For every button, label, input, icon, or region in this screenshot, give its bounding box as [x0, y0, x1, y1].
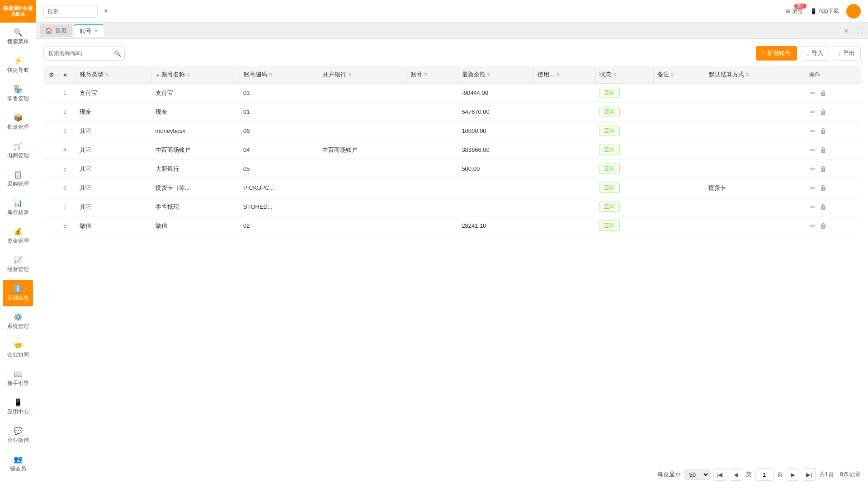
edit-icon[interactable]: ✏: [810, 222, 816, 230]
sidebar-item-quick-nav[interactable]: ⚡ 快捷导航: [0, 51, 36, 80]
sidebar-item-fund-manage[interactable]: 💰 资金管理: [0, 222, 36, 250]
cell-status: 正常: [595, 216, 653, 235]
tab-account[interactable]: 账号 ✕: [74, 24, 104, 37]
th-type[interactable]: 账号类型 ⇅: [76, 66, 152, 84]
cell-action: ✏ 🗑: [805, 178, 861, 197]
tab-account-label: 账号: [80, 27, 91, 35]
first-page-button[interactable]: |◀: [713, 468, 726, 481]
page-size-select[interactable]: 50 10 20 100: [684, 469, 710, 480]
cell-notes: [653, 197, 705, 216]
sort-name-icon[interactable]: ⇅: [186, 72, 190, 78]
import-button[interactable]: ↓ 导入: [801, 46, 829, 61]
add-account-button[interactable]: + 新增账号: [756, 46, 797, 61]
tab-actions: ✕ ⛶: [842, 25, 864, 36]
cell-status: 正常: [595, 103, 653, 122]
tab-maximize-icon[interactable]: ⛶: [854, 25, 864, 36]
search-input[interactable]: [43, 46, 125, 61]
sort-default-payment-icon[interactable]: ⇅: [745, 72, 750, 78]
edit-icon[interactable]: ✏: [810, 146, 816, 154]
search-icon[interactable]: 🔍: [114, 50, 121, 57]
cell-name: 中百商场账户: [152, 141, 240, 160]
edit-icon[interactable]: ✏: [810, 127, 816, 135]
tab-account-close[interactable]: ✕: [94, 28, 98, 34]
th-bank[interactable]: 开户银行 ⇅: [319, 66, 406, 84]
delete-icon[interactable]: 🗑: [820, 222, 827, 230]
sidebar-item-search-menu[interactable]: 🔍 搜索菜单: [0, 23, 36, 51]
sort-status-icon[interactable]: ⇅: [613, 72, 617, 78]
sidebar-item-ecommerce-manage[interactable]: 🛒 电商管理: [0, 136, 36, 165]
th-code[interactable]: 账号编码 ⇅: [240, 66, 319, 84]
th-account[interactable]: 账号 ⇅: [407, 66, 458, 84]
cell-checkbox: [43, 84, 60, 103]
sidebar-item-app-center[interactable]: 📱 应用中心: [0, 393, 36, 421]
table-row: 3 其它 moneybosx 06 10000.00 正常 ✏ 🗑: [43, 122, 861, 141]
delete-icon[interactable]: 🗑: [820, 165, 827, 173]
sort-bank-icon[interactable]: ⇅: [348, 72, 352, 78]
sidebar-item-retail-manage[interactable]: 🏪 零售管理: [0, 80, 36, 108]
sort-type-icon[interactable]: ⇅: [105, 72, 109, 78]
user-avatar[interactable]: [846, 4, 861, 19]
sort-notes-icon[interactable]: ⇅: [670, 72, 675, 78]
delete-icon[interactable]: 🗑: [820, 108, 827, 116]
th-status[interactable]: 状态 ⇅: [595, 66, 653, 84]
edit-icon[interactable]: ✏: [810, 108, 816, 116]
edit-icon[interactable]: ✏: [810, 203, 816, 211]
th-type-label: 账号类型: [80, 70, 104, 79]
cell-bank: [319, 197, 406, 216]
tab-close-all-icon[interactable]: ✕: [842, 25, 851, 36]
sidebar-item-enterprise-wechat[interactable]: 💬 企业微信: [0, 421, 36, 450]
tab-home[interactable]: 🏠 首页: [40, 24, 72, 37]
app-download-button[interactable]: 📱 App下载: [810, 7, 839, 15]
cell-num: 5: [60, 160, 76, 178]
edit-icon[interactable]: ✏: [810, 89, 816, 97]
sidebar: 畅捷通时生意 乐邑版 🔍 搜索菜单 ⚡ 快捷导航 🏪 零售管理 📦 批发管理 🛒…: [0, 0, 36, 488]
sidebar-item-wholesale-manage[interactable]: 📦 批发管理: [0, 108, 36, 136]
cell-status: 正常: [595, 160, 653, 178]
page-input[interactable]: [755, 468, 774, 481]
cell-bank: [319, 160, 406, 178]
th-usage[interactable]: 使用... ⇅: [534, 66, 595, 84]
th-default-payment[interactable]: 默认结算方式 ⇅: [705, 66, 805, 84]
cell-status: 正常: [595, 197, 653, 216]
edit-icon[interactable]: ✏: [810, 184, 816, 192]
table-row: 5 其它 大新银行 05 500.00 正常 ✏ 🗑: [43, 160, 861, 178]
sort-balance-icon[interactable]: ⇅: [487, 72, 491, 78]
header-search-input[interactable]: [43, 5, 98, 18]
prev-page-button[interactable]: ◀: [730, 468, 742, 481]
th-notes[interactable]: 备注 ⇅: [653, 66, 705, 84]
delete-icon[interactable]: 🗑: [820, 89, 827, 97]
delete-icon[interactable]: 🗑: [820, 203, 827, 211]
sort-usage-icon[interactable]: ⇅: [556, 72, 560, 78]
delete-icon[interactable]: 🗑: [820, 127, 827, 135]
th-settings[interactable]: ⚙: [43, 66, 60, 84]
sidebar-item-new-guide[interactable]: 📖 新手引导: [0, 364, 36, 393]
th-balance[interactable]: 最新余额 ⇅: [458, 66, 534, 84]
delete-icon[interactable]: 🗑: [820, 184, 827, 192]
sort-code-icon[interactable]: ⇅: [269, 72, 273, 78]
sidebar-item-inventory[interactable]: 📊 库存核算: [0, 193, 36, 222]
cell-code: STORED...: [240, 197, 319, 216]
cell-num: 6: [60, 178, 76, 197]
th-name[interactable]: ▲ 账号名称 ⇅: [152, 66, 240, 84]
edit-icon[interactable]: ✏: [810, 165, 816, 173]
logo-line1: 畅捷通时生意: [3, 5, 33, 11]
export-button[interactable]: ↑ 导出: [833, 46, 861, 61]
sidebar-item-business-manage[interactable]: 📈 经营管理: [0, 250, 36, 279]
last-page-button[interactable]: ▶|: [803, 468, 816, 481]
cell-type: 现金: [76, 103, 152, 122]
sidebar-item-member[interactable]: 👥 畅会员: [0, 450, 36, 478]
cell-bank: [319, 216, 406, 235]
delete-icon[interactable]: 🗑: [820, 146, 827, 154]
sidebar-item-purchase-manage[interactable]: 📋 采购管理: [0, 165, 36, 193]
sort-account-icon[interactable]: ⇅: [424, 72, 428, 78]
sidebar-item-label: 资金管理: [7, 237, 29, 245]
sidebar-item-basic-info[interactable]: ℹ️ 基础信息: [3, 280, 33, 306]
messages-button[interactable]: ✉ 消息 99+: [786, 7, 803, 15]
sidebar-item-system-manage[interactable]: ⚙️ 系统管理: [0, 307, 36, 336]
next-page-button[interactable]: ▶: [787, 468, 799, 481]
sidebar-item-enterprise-agreement[interactable]: 🤝 企业协同: [0, 336, 36, 364]
page-unit-label: 页: [777, 470, 783, 479]
phone-icon: 📱: [810, 8, 817, 14]
cell-notes: [653, 178, 705, 197]
header-dropdown-icon[interactable]: ▼: [103, 8, 109, 14]
